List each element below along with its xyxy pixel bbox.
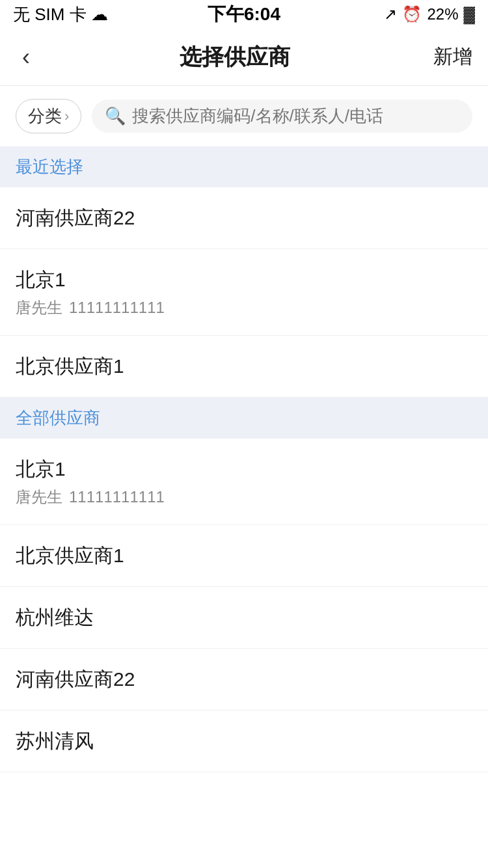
- status-right: ↗ ⏰ 22% ▓: [384, 5, 475, 23]
- list-item[interactable]: 河南供应商22: [0, 187, 488, 249]
- item-name: 河南供应商22: [16, 666, 472, 693]
- battery-level: 22%: [427, 5, 458, 23]
- status-time: 下午6:04: [208, 2, 280, 27]
- item-name: 北京供应商1: [16, 353, 472, 380]
- list-item[interactable]: 北京1唐先生11111111111: [0, 439, 488, 525]
- list-item[interactable]: 苏州清风: [0, 711, 488, 772]
- search-icon: 🔍: [105, 106, 126, 126]
- category-label: 分类: [28, 105, 62, 128]
- category-arrow-icon: ›: [64, 108, 69, 125]
- status-left: 无 SIM 卡 ☁: [13, 3, 108, 26]
- new-button[interactable]: 新增: [433, 44, 472, 70]
- item-sub: 唐先生11111111111: [16, 487, 472, 508]
- location-icon: ↗: [384, 5, 397, 23]
- search-bar: 分类 › 🔍: [0, 86, 488, 146]
- item-phone: 11111111111: [69, 299, 165, 316]
- category-button[interactable]: 分类 ›: [16, 99, 81, 133]
- item-name: 北京供应商1: [16, 542, 472, 569]
- search-input-wrap: 🔍: [92, 100, 472, 133]
- item-contact: 唐先生: [16, 299, 62, 316]
- list-item[interactable]: 北京1唐先生11111111111: [0, 249, 488, 336]
- list-item[interactable]: 杭州维达: [0, 587, 488, 649]
- page-title: 选择供应商: [180, 42, 290, 72]
- item-name: 北京1: [16, 266, 472, 293]
- section-header-all: 全部供应商: [0, 398, 488, 439]
- item-name: 杭州维达: [16, 604, 472, 631]
- battery-icon: ▓: [464, 5, 476, 23]
- item-sub: 唐先生11111111111: [16, 297, 472, 318]
- sim-status: 无 SIM 卡 ☁: [13, 3, 108, 26]
- item-name: 河南供应商22: [16, 204, 472, 232]
- list-item[interactable]: 北京供应商1: [0, 336, 488, 398]
- back-button[interactable]: ‹: [16, 37, 36, 77]
- item-name: 苏州清风: [16, 727, 472, 755]
- sections-container: 最近选择河南供应商22北京1唐先生11111111111北京供应商1全部供应商北…: [0, 146, 488, 772]
- item-name: 北京1: [16, 455, 472, 483]
- status-bar: 无 SIM 卡 ☁ 下午6:04 ↗ ⏰ 22% ▓: [0, 0, 488, 29]
- item-contact: 唐先生: [16, 488, 62, 506]
- section-header-recent: 最近选择: [0, 146, 488, 187]
- list-item[interactable]: 河南供应商22: [0, 649, 488, 711]
- search-input[interactable]: [132, 106, 459, 126]
- nav-bar: ‹ 选择供应商 新增: [0, 29, 488, 86]
- item-phone: 11111111111: [69, 488, 165, 506]
- list-item[interactable]: 北京供应商1: [0, 525, 488, 587]
- alarm-icon: ⏰: [402, 5, 422, 23]
